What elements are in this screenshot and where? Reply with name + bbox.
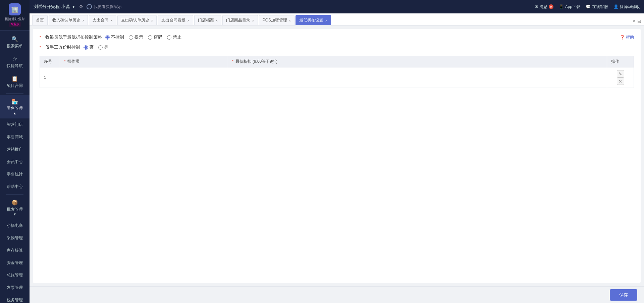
tab-close-icon[interactable]: ×	[252, 18, 254, 22]
sidebar-item-invoice[interactable]: 发票管理	[0, 282, 30, 294]
sidebar-item-label: 零售商城	[7, 134, 23, 140]
tab-label: 门店商品目录	[226, 17, 250, 23]
radio-remind-input[interactable]	[129, 35, 133, 40]
support-icon: 💬	[586, 4, 591, 9]
th-seq: 序号	[40, 56, 60, 67]
sidebar-item-retail-mall[interactable]: 零售商城	[0, 131, 30, 143]
tab-close-icon[interactable]: ×	[82, 18, 84, 22]
sidebar-item-smart-store[interactable]: 智营门店	[0, 118, 30, 131]
manual-price-radio-group: 否 是	[84, 44, 108, 50]
radio-no-label: 否	[89, 44, 94, 50]
radio-remind[interactable]: 提示	[129, 34, 143, 40]
app-logo-icon: 🏢	[9, 3, 21, 15]
form-section: * 收银员低于最低折扣控制策略 不控制 提示 密码	[40, 34, 634, 50]
radio-password[interactable]: 密码	[148, 34, 162, 40]
tab-close-icon[interactable]: ×	[187, 18, 189, 22]
radio-yes-input[interactable]	[98, 45, 103, 50]
tab-close-icon[interactable]: ×	[110, 18, 112, 22]
tab-close-icon[interactable]: ×	[216, 18, 218, 22]
sidebar-item-label: 会员中心	[7, 159, 23, 165]
demo-button[interactable]: 我要看实例演示	[87, 4, 122, 10]
radio-forbid-input[interactable]	[167, 35, 171, 40]
sidebar-item-label: 采购管理	[7, 235, 23, 241]
tab-label: POS加密管理	[263, 17, 287, 23]
tab-income-history[interactable]: 收入确认单历史 ×	[49, 15, 88, 25]
sidebar-item-wholesale[interactable]: 📦 批发管理 ▼	[0, 196, 30, 219]
cell-actions: ✎ ✕	[607, 67, 634, 88]
radio-no-control[interactable]: 不控制	[105, 34, 124, 40]
tab-store-products[interactable]: 门店商品目录 ×	[222, 15, 258, 25]
chevron-down-icon: ▼	[13, 212, 16, 216]
sidebar-item-ecommerce[interactable]: 小畅电商	[0, 219, 30, 232]
radio-remind-label: 提示	[135, 34, 143, 40]
cell-operator	[60, 67, 228, 88]
app-download-button[interactable]: 📱 App下载	[559, 4, 580, 10]
sidebar-item-inventory[interactable]: 库存核算	[0, 244, 30, 257]
tab-payment-board[interactable]: 支出合同看板 ×	[158, 15, 193, 25]
sidebar-item-marketing[interactable]: 营销推广	[0, 143, 30, 156]
sidebar-item-tax[interactable]: 税务管理	[0, 294, 30, 303]
project-selector[interactable]: 测试分开完程·小说 ▼	[34, 4, 75, 10]
tab-payment-confirm-history[interactable]: 支出确认单历史 ×	[117, 15, 157, 25]
sidebar-item-label: 零售统计	[7, 171, 23, 177]
sidebar-item-label: 库存核算	[7, 248, 23, 253]
project-icon: 📋	[11, 75, 18, 82]
main-area: 测试分开完程·小说 ▼ ⚙ 我要看实例演示 ✉ 消息 9 📱 App下载 💬 在…	[30, 0, 644, 303]
content-panel: * 收银员低于最低折扣控制策略 不控制 提示 密码	[33, 29, 641, 283]
delete-row-button[interactable]: ✕	[617, 78, 624, 85]
tab-min-discount[interactable]: 最低折扣设置 ×	[296, 15, 331, 25]
radio-no[interactable]: 否	[84, 44, 94, 50]
tab-close-icon[interactable]: ×	[289, 18, 291, 22]
tab-payment-contract[interactable]: 支出合同 ×	[89, 15, 116, 25]
tab-label: 支出确认单历史	[121, 17, 149, 23]
th-operator: * 操作员	[60, 56, 228, 67]
online-support-button[interactable]: 💬 在线客服	[586, 4, 608, 10]
th-required-mark: *	[64, 59, 66, 64]
radio-no-control-input[interactable]	[105, 35, 110, 40]
messages-button[interactable]: ✉ 消息 9	[535, 4, 553, 10]
sidebar-item-retail[interactable]: 🏪 零售管理 ▲	[0, 95, 30, 118]
sidebar-item-search[interactable]: 🔍 搜索菜单	[0, 33, 30, 52]
sidebar-item-label: 快捷导航	[7, 63, 23, 69]
sidebar-item-finance[interactable]: 资金管理	[0, 257, 30, 269]
save-button[interactable]: 保存	[610, 289, 637, 301]
user-menu-button[interactable]: 👤 徐泽华修改	[613, 4, 640, 10]
sidebar-item-ledger[interactable]: 总账管理	[0, 269, 30, 282]
radio-forbid[interactable]: 禁止	[167, 34, 181, 40]
sidebar-item-label: 税务管理	[7, 297, 23, 303]
sidebar-item-retail-stats[interactable]: 零售统计	[0, 168, 30, 181]
tab-close-all-icon[interactable]: ×	[633, 18, 635, 24]
sidebar-item-projects[interactable]: 📋 项目合同	[0, 72, 30, 92]
cell-seq: 1	[40, 67, 60, 88]
search-icon: 🔍	[11, 36, 18, 42]
sidebar-item-help[interactable]: 帮助中心	[0, 181, 30, 193]
tab-pos-password[interactable]: POS加密管理 ×	[259, 15, 295, 25]
table-body: 1 ✎ ✕	[40, 67, 634, 88]
tab-home[interactable]: 首页	[32, 15, 48, 25]
sidebar-item-member[interactable]: 会员中心	[0, 156, 30, 168]
tab-store-files[interactable]: 门店档案 ×	[194, 15, 221, 25]
help-label: 帮助	[626, 35, 634, 40]
radio-yes-label: 是	[104, 44, 108, 50]
sidebar: 🏢 畅捷通好业财 专业版 🔍 搜索菜单 ☆ 快捷导航 📋 项目合同 🏪 零售管理…	[0, 0, 30, 303]
tab-close-icon[interactable]: ×	[325, 18, 327, 22]
sidebar-item-shortcuts[interactable]: ☆ 快捷导航	[0, 52, 30, 72]
topbar-settings-icon[interactable]: ⚙	[79, 4, 83, 10]
question-icon: ❓	[620, 35, 625, 40]
help-button[interactable]: ❓ 帮助	[620, 35, 634, 40]
radio-no-control-label: 不控制	[111, 34, 124, 40]
radio-yes[interactable]: 是	[98, 44, 108, 50]
sidebar-item-label: 零售管理	[7, 106, 23, 111]
radio-password-input[interactable]	[148, 35, 152, 40]
sidebar-item-label: 发票管理	[7, 285, 23, 291]
chevron-down-icon: ▼	[72, 5, 75, 9]
project-name: 测试分开完程·小说	[34, 4, 70, 10]
sidebar-item-purchase[interactable]: 采购管理	[0, 232, 30, 244]
radio-no-input[interactable]	[84, 45, 88, 50]
tab-close-icon[interactable]: ×	[151, 18, 153, 22]
tab-menu-icon[interactable]: ⊟	[637, 18, 641, 24]
sidebar-item-label: 总账管理	[7, 272, 23, 278]
sidebar-item-label: 帮助中心	[7, 184, 23, 190]
sidebar-item-label: 智营门店	[7, 122, 23, 128]
edit-row-button[interactable]: ✎	[617, 70, 624, 78]
